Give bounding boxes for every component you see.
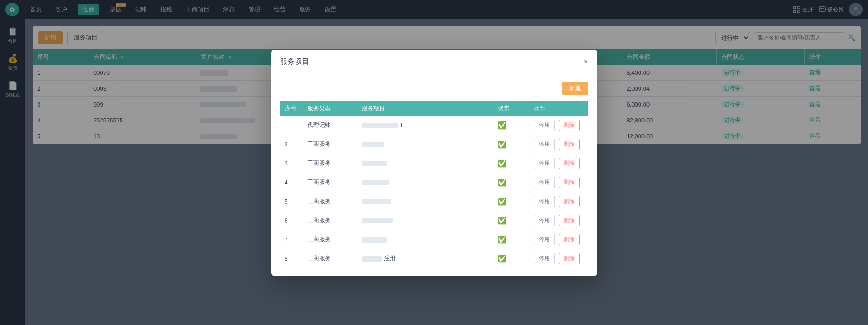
status-check-icon: ✅ xyxy=(498,198,507,205)
dialog-cell-action: 停用 删除 xyxy=(529,173,588,192)
dialog-cell-status: ✅ xyxy=(493,249,529,268)
dialog-new-button[interactable]: 新建 xyxy=(562,82,588,95)
dialog-header: 服务项目 × xyxy=(271,50,597,74)
stop-button[interactable]: 停用 xyxy=(534,120,555,131)
dialog-cell-type: 工商服务 xyxy=(303,173,357,192)
stop-button[interactable]: 停用 xyxy=(534,215,555,226)
dialog-cell-seq: 5 xyxy=(280,192,303,211)
delete-button[interactable]: 删除 xyxy=(559,215,580,226)
list-item: 4 工商服务 ✅ 停用 删除 xyxy=(280,173,588,192)
list-item: 1 代理记账 1 ✅ 停用 删除 xyxy=(280,116,588,135)
dialog-cell-action: 停用 删除 xyxy=(529,192,588,211)
status-check-icon: ✅ xyxy=(498,141,507,148)
dialog-cell-action: 停用 删除 xyxy=(529,230,588,249)
dialog-cell-seq: 8 xyxy=(280,249,303,268)
service-items-dialog: 服务项目 × 新建 序号 服务类型 服务项目 状态 操作 1 代理记账 xyxy=(271,50,597,276)
delete-button[interactable]: 删除 xyxy=(559,253,580,264)
dialog-cell-item xyxy=(357,173,493,192)
dialog-cell-item xyxy=(357,211,493,230)
dialog-col-type: 服务类型 xyxy=(303,101,357,116)
dialog-cell-action: 停用 删除 xyxy=(529,135,588,154)
dialog-cell-action: 停用 删除 xyxy=(529,249,588,268)
status-check-icon: ✅ xyxy=(498,121,507,129)
dialog-cell-action: 停用 删除 xyxy=(529,154,588,173)
dialog-cell-type: 工商服务 xyxy=(303,154,357,173)
dialog-cell-seq: 3 xyxy=(280,154,303,173)
dialog-cell-item xyxy=(357,135,493,154)
dialog-cell-item xyxy=(357,154,493,173)
dialog-col-seq: 序号 xyxy=(280,101,303,116)
list-item: 5 工商服务 ✅ 停用 删除 xyxy=(280,192,588,211)
dialog-col-status: 状态 xyxy=(493,101,529,116)
list-item: 7 工商服务 ✅ 停用 删除 xyxy=(280,230,588,249)
dialog-cell-type: 工商服务 xyxy=(303,211,357,230)
dialog-cell-type: 工商服务 xyxy=(303,135,357,154)
delete-button[interactable]: 删除 xyxy=(559,139,580,150)
dialog-col-item: 服务项目 xyxy=(357,101,493,116)
dialog-cell-status: ✅ xyxy=(493,211,529,230)
dialog-close-button[interactable]: × xyxy=(583,58,588,66)
stop-button[interactable]: 停用 xyxy=(534,177,555,188)
dialog-cell-status: ✅ xyxy=(493,173,529,192)
status-check-icon: ✅ xyxy=(498,236,507,243)
dialog-cell-seq: 6 xyxy=(280,211,303,230)
dialog-cell-action: 停用 删除 xyxy=(529,211,588,230)
status-check-icon: ✅ xyxy=(498,179,507,186)
dialog-cell-seq: 2 xyxy=(280,135,303,154)
stop-button[interactable]: 停用 xyxy=(534,196,555,207)
dialog-toolbar: 新建 xyxy=(280,82,588,95)
dialog-scroll-area[interactable]: 序号 服务类型 服务项目 状态 操作 1 代理记账 1 ✅ 停用 删除 2 工商… xyxy=(280,101,588,268)
dialog-cell-type: 代理记账 xyxy=(303,116,357,135)
delete-button[interactable]: 删除 xyxy=(559,196,580,207)
delete-button[interactable]: 删除 xyxy=(559,177,580,188)
dialog-cell-seq: 1 xyxy=(280,116,303,135)
list-item: 6 工商服务 ✅ 停用 删除 xyxy=(280,211,588,230)
dialog-cell-type: 工商服务 xyxy=(303,230,357,249)
list-item: 3 工商服务 ✅ 停用 删除 xyxy=(280,154,588,173)
dialog-body: 新建 序号 服务类型 服务项目 状态 操作 1 代理记账 1 ✅ xyxy=(271,74,597,276)
dialog-cell-seq: 4 xyxy=(280,173,303,192)
status-check-icon: ✅ xyxy=(498,160,507,167)
delete-button[interactable]: 删除 xyxy=(559,158,580,169)
delete-button[interactable]: 删除 xyxy=(559,120,580,131)
dialog-cell-seq: 7 xyxy=(280,230,303,249)
service-items-table: 序号 服务类型 服务项目 状态 操作 1 代理记账 1 ✅ 停用 删除 2 工商… xyxy=(280,101,588,268)
dialog-cell-status: ✅ xyxy=(493,230,529,249)
stop-button[interactable]: 停用 xyxy=(534,139,555,150)
dialog-cell-status: ✅ xyxy=(493,154,529,173)
dialog-cell-type: 工商服务 xyxy=(303,192,357,211)
stop-button[interactable]: 停用 xyxy=(534,234,555,245)
status-check-icon: ✅ xyxy=(498,217,507,224)
dialog-cell-item: 注册 xyxy=(357,249,493,268)
stop-button[interactable]: 停用 xyxy=(534,253,555,264)
stop-button[interactable]: 停用 xyxy=(534,158,555,169)
dialog-cell-item xyxy=(357,230,493,249)
list-item: 8 工商服务 注册 ✅ 停用 删除 xyxy=(280,249,588,268)
dialog-cell-action: 停用 删除 xyxy=(529,116,588,135)
delete-button[interactable]: 删除 xyxy=(559,234,580,245)
dialog-title: 服务项目 xyxy=(280,57,309,67)
dialog-cell-status: ✅ xyxy=(493,192,529,211)
dialog-col-action: 操作 xyxy=(529,101,588,116)
status-check-icon: ✅ xyxy=(498,255,507,262)
dialog-cell-status: ✅ xyxy=(493,135,529,154)
dialog-cell-item: 1 xyxy=(357,116,493,135)
dialog-cell-type: 工商服务 xyxy=(303,249,357,268)
list-item: 2 工商服务 ✅ 停用 删除 xyxy=(280,135,588,154)
dialog-cell-status: ✅ xyxy=(493,116,529,135)
dialog-cell-item xyxy=(357,192,493,211)
